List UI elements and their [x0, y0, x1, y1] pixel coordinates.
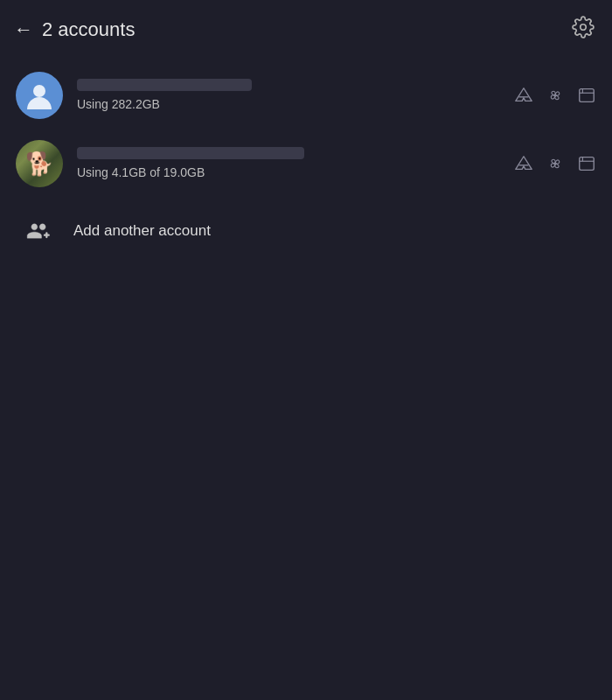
- svg-point-1: [33, 85, 45, 97]
- account-row[interactable]: Using 282.2GB: [0, 61, 612, 130]
- header-left: ← 2 accounts: [14, 18, 135, 41]
- account-storage: Using 282.2GB: [77, 97, 160, 111]
- photos-icon[interactable]: [546, 154, 565, 173]
- account-name-bar: [77, 147, 304, 159]
- account-actions: [514, 154, 596, 173]
- add-account-button[interactable]: Add another account: [0, 198, 612, 264]
- account-actions: [514, 86, 596, 105]
- files-icon[interactable]: [577, 154, 596, 173]
- back-button[interactable]: ←: [14, 18, 33, 41]
- account-name-bar: [77, 79, 252, 91]
- drive-icon[interactable]: [514, 154, 533, 173]
- svg-rect-7: [580, 158, 595, 171]
- svg-point-0: [581, 24, 587, 31]
- settings-icon[interactable]: [572, 16, 595, 44]
- header: ← 2 accounts: [0, 0, 612, 56]
- page-title: 2 accounts: [42, 18, 135, 41]
- add-account-icon: [21, 214, 56, 248]
- drive-icon[interactable]: [514, 86, 533, 105]
- account-storage: Using 4.1GB of 19.0GB: [77, 165, 205, 179]
- account-row[interactable]: 🐕 Using 4.1GB of 19.0GB: [0, 130, 612, 198]
- avatar: 🐕: [16, 140, 63, 187]
- files-icon[interactable]: [577, 86, 596, 105]
- accounts-list: Using 282.2GB: [0, 56, 612, 270]
- account-info: Using 282.2GB: [77, 79, 504, 112]
- add-account-label: Add another account: [73, 222, 211, 240]
- avatar: [16, 72, 63, 119]
- svg-rect-4: [580, 89, 595, 102]
- photos-icon[interactable]: [546, 86, 565, 105]
- account-info: Using 4.1GB of 19.0GB: [77, 147, 504, 180]
